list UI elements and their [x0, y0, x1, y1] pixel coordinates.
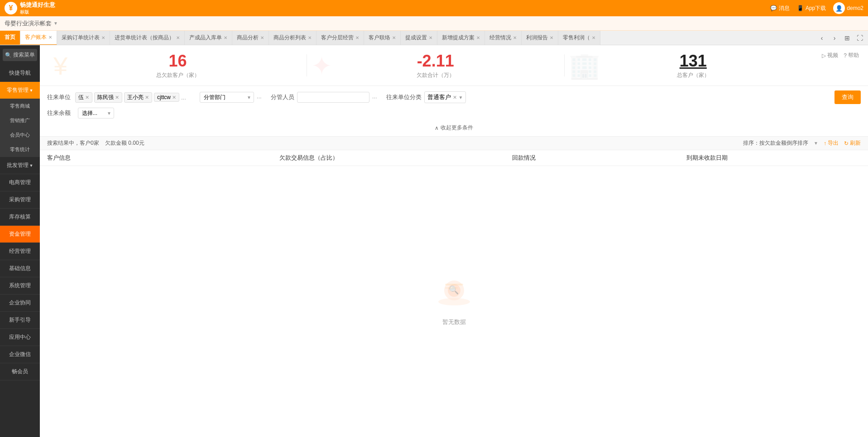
user-avatar[interactable]: 👤 demo2: [833, 2, 863, 14]
sidebar-item-quick-nav[interactable]: 快捷导航: [0, 65, 40, 82]
tab-home[interactable]: 首页: [0, 31, 20, 45]
tab-new-raise-plan[interactable]: 新增提成方案 ✕: [437, 31, 485, 45]
tab-retail-profit[interactable]: 零售利润（ ✕: [558, 31, 600, 45]
workspace-selector[interactable]: 母婴行业演示帐套 ▼: [5, 19, 58, 28]
tab-retail-profit-close[interactable]: ✕: [592, 35, 595, 40]
sidebar-search-area: 🔍 搜索菜单: [0, 45, 40, 65]
tab-business-status[interactable]: 经营情况 ✕: [485, 31, 522, 45]
messages-btn[interactable]: 💬 消息: [770, 5, 790, 12]
sidebar-item-ecommerce-mgmt[interactable]: 电商管理: [0, 174, 40, 191]
sidebar: 🔍 搜索菜单 快捷导航 零售管理 ▼ 零售商城 营销推广 会员中心 零售统计 批…: [0, 45, 40, 437]
sidebar-item-retail-stats[interactable]: 零售统计: [0, 142, 40, 157]
filter-tag-chen: 陈民强 ✕: [94, 92, 122, 103]
tab-prev-btn[interactable]: ‹: [816, 33, 827, 43]
filter-tag-wang-remove[interactable]: ✕: [145, 95, 149, 100]
sidebar-item-marketing[interactable]: 营销推广: [0, 114, 40, 128]
sidebar-item-capital-mgmt[interactable]: 资金管理: [0, 226, 40, 243]
tab-customer-contact-close[interactable]: ✕: [392, 35, 396, 40]
tab-product-analysis-close[interactable]: ✕: [260, 35, 264, 40]
table-area: 客户信息 欠款交易信息（占比） 回款情况 到期未收款日期 🔍: [40, 150, 868, 437]
sort-label: 排序：按欠款金额倒序排序: [743, 139, 808, 147]
tab-purchase-orders[interactable]: 采购订单统计表 ✕: [57, 31, 110, 45]
tab-product-stock-close[interactable]: ✕: [224, 35, 227, 40]
unit-type-select-wrap[interactable]: 普通客户 ✕ ▼: [424, 91, 466, 103]
filter-tag-wu-remove[interactable]: ✕: [85, 95, 89, 100]
results-info: 搜索结果中，客户0家 欠款金额 0.00元 排序：按欠款金额倒序排序 ▼ ↑ 导…: [40, 137, 868, 150]
svg-rect-5: [445, 287, 458, 289]
tab-expand-btn[interactable]: ⊞: [842, 33, 853, 43]
top-bar: ¥ 畅捷通好生意 标版 💬 消息 📱 App下载 👤 demo2: [0, 0, 868, 16]
sidebar-item-enterprise-wechat[interactable]: 企业微信: [0, 346, 40, 363]
sidebar-item-member-center[interactable]: 会员中心: [0, 128, 40, 142]
stat-total-customers: ¥ 16 总欠款客户（家）: [49, 52, 307, 79]
sidebar-new-guide-label: 新手引导: [9, 317, 31, 323]
query-button[interactable]: 查询: [834, 90, 861, 104]
tab-product-stock-label: 产成品入库单: [189, 34, 222, 42]
unit-type-filter: 往来单位分类 普通客户 ✕ ▼: [386, 91, 466, 103]
dept-select[interactable]: 分管部门: [200, 92, 254, 103]
person-input[interactable]: [297, 92, 369, 103]
collapse-btn[interactable]: ∧ 收起更多条件: [47, 122, 861, 133]
sidebar-item-enterprise-collab[interactable]: 企业协同: [0, 294, 40, 312]
tab-customer-segments[interactable]: 客户分层经营 ✕: [317, 31, 364, 45]
unit-type-x-icon[interactable]: ✕: [453, 95, 457, 100]
sidebar-basic-info-label: 基础信息: [9, 265, 31, 271]
sidebar-retail-mgmt-label: 零售管理: [7, 86, 29, 94]
filter-row-1: 往来单位 伍 ✕ 陈民强 ✕ 王小亮 ✕ cjttcw: [47, 90, 861, 104]
filter-tag-cjttcw: cjttcw ✕: [154, 93, 179, 102]
tab-product-analysis-list[interactable]: 商品分析列表 ✕: [269, 31, 317, 45]
tab-new-raise-plan-label: 新增提成方案: [442, 34, 475, 42]
refresh-btn[interactable]: ↻ 刷新: [844, 139, 861, 147]
app-download-btn[interactable]: 📱 App下载: [797, 5, 826, 12]
tab-business-status-close[interactable]: ✕: [513, 35, 517, 40]
balance-select[interactable]: 选择...: [78, 108, 114, 119]
empty-text: 暂无数据: [442, 318, 466, 326]
tab-raise-settings[interactable]: 提成设置 ✕: [401, 31, 437, 45]
tab-product-analysis-label: 商品分析: [237, 34, 259, 42]
sidebar-item-retail-mgmt[interactable]: 零售管理 ▼: [0, 82, 40, 99]
video-link[interactable]: ▷ 视频: [822, 52, 838, 59]
tab-raise-settings-close[interactable]: ✕: [429, 35, 432, 40]
sidebar-item-vip-member[interactable]: 畅会员: [0, 363, 40, 380]
tab-fullscreen-btn[interactable]: ⛶: [854, 33, 865, 43]
tab-customer-accounts[interactable]: 客户账本 ✕: [20, 31, 57, 45]
sidebar-operations-mgmt-label: 经营管理: [9, 248, 31, 254]
help-link[interactable]: ? 帮助: [844, 52, 859, 59]
stat-total-customers2-value: 131: [680, 52, 707, 71]
balance-select-wrap: 选择...: [78, 108, 114, 119]
tab-new-raise-plan-close[interactable]: ✕: [476, 35, 480, 40]
stat-total-customers2: 🏢 131 总客户（家）: [564, 52, 822, 79]
tab-product-stock[interactable]: 产成品入库单 ✕: [185, 31, 232, 45]
filter-tag-cjttcw-remove[interactable]: ✕: [172, 95, 176, 100]
tab-purchase-orders-close[interactable]: ✕: [101, 35, 105, 40]
tab-stock-stats[interactable]: 进货单统计表（按商品） ✕: [110, 31, 185, 45]
sidebar-item-retail-mall[interactable]: 零售商城: [0, 99, 40, 114]
filter-tag-chen-remove[interactable]: ✕: [115, 95, 119, 100]
sidebar-item-operations-mgmt[interactable]: 经营管理: [0, 243, 40, 260]
tab-product-analysis[interactable]: 商品分析 ✕: [232, 31, 269, 45]
sidebar-item-system-mgmt[interactable]: 系统管理: [0, 277, 40, 294]
tab-customer-accounts-close[interactable]: ✕: [48, 35, 52, 40]
person-filter-dots[interactable]: ···: [372, 94, 377, 101]
sidebar-item-inventory[interactable]: 库存核算: [0, 209, 40, 226]
sidebar-item-wholesale-mgmt[interactable]: 批发管理 ▼: [0, 157, 40, 174]
tab-profit-report-close[interactable]: ✕: [550, 35, 553, 40]
export-btn[interactable]: ↑ 导出: [824, 139, 839, 147]
sidebar-quick-nav-label: 快捷导航: [9, 70, 31, 76]
tab-next-btn[interactable]: ›: [829, 33, 840, 43]
filter-more-btn[interactable]: ...: [181, 94, 186, 101]
sidebar-item-basic-info[interactable]: 基础信息: [0, 260, 40, 277]
sidebar-item-app-center[interactable]: 应用中心: [0, 329, 40, 346]
tab-product-analysis-list-close[interactable]: ✕: [308, 35, 312, 40]
message-icon: 💬: [770, 5, 777, 11]
tab-stock-stats-close[interactable]: ✕: [176, 35, 180, 40]
tab-profit-report[interactable]: 利润报告 ✕: [522, 31, 558, 45]
dept-filter-dots[interactable]: ···: [257, 94, 262, 101]
sidebar-item-purchase-mgmt[interactable]: 采购管理: [0, 191, 40, 209]
workspace-arrow-icon: ▼: [53, 21, 58, 26]
sidebar-item-new-guide[interactable]: 新手引导: [0, 312, 40, 329]
tab-customer-segments-close[interactable]: ✕: [355, 35, 359, 40]
avatar: 👤: [833, 2, 845, 14]
search-menu-btn[interactable]: 🔍 搜索菜单: [3, 49, 37, 61]
tab-customer-contact[interactable]: 客户联络 ✕: [364, 31, 401, 45]
